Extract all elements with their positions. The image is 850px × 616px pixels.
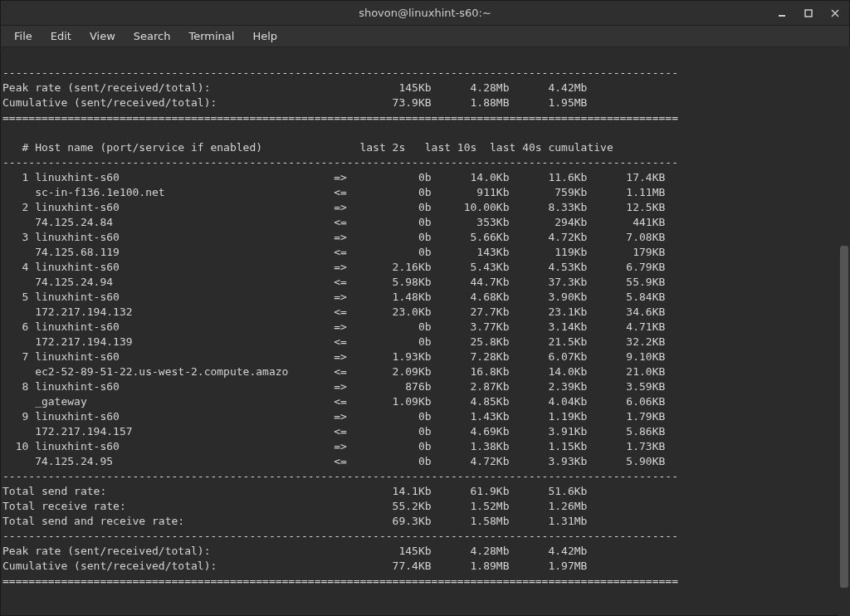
menubar: File Edit View Search Terminal Help	[1, 26, 849, 47]
scrollbar-track[interactable]	[838, 46, 850, 616]
close-button[interactable]	[826, 4, 844, 22]
menu-view[interactable]: View	[81, 27, 124, 45]
scrollbar-thumb[interactable]	[840, 246, 848, 588]
menu-help[interactable]: Help	[244, 27, 286, 45]
svg-rect-1	[805, 10, 812, 17]
menu-search[interactable]: Search	[125, 27, 179, 45]
terminal-output[interactable]: ----------------------------------------…	[1, 47, 849, 590]
window-title: shovon@linuxhint-s60:~	[359, 7, 491, 19]
window-titlebar: shovon@linuxhint-s60:~	[1, 1, 849, 26]
menu-terminal[interactable]: Terminal	[180, 27, 242, 45]
minimize-button[interactable]	[773, 4, 791, 22]
svg-rect-0	[779, 15, 785, 17]
menu-edit[interactable]: Edit	[42, 27, 80, 45]
maximize-button[interactable]	[799, 4, 818, 22]
menu-file[interactable]: File	[6, 27, 41, 45]
